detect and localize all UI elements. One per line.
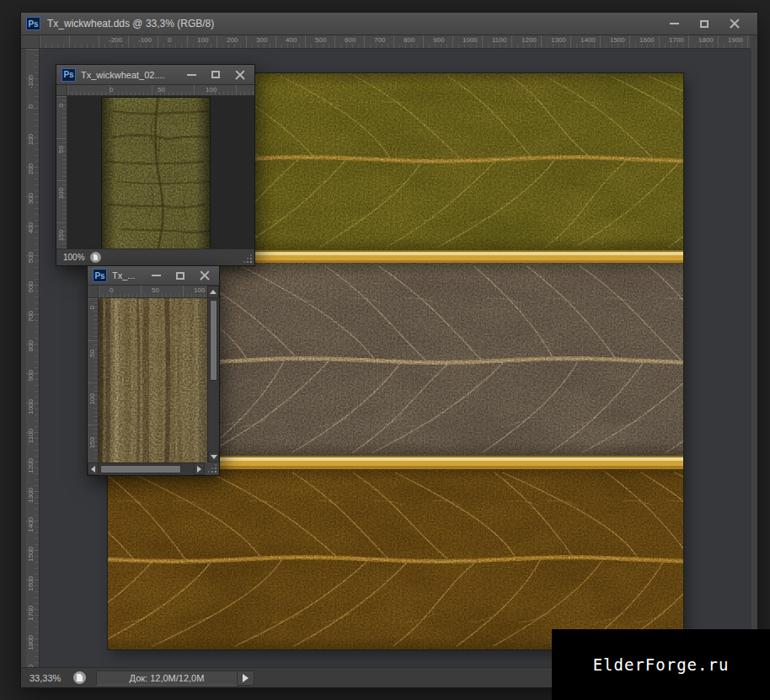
maximize-button[interactable] <box>171 270 190 281</box>
vertical-scrollbar[interactable] <box>207 298 219 462</box>
ruler-label: 1500 <box>608 36 625 44</box>
zoom-level-field[interactable]: 100% <box>56 253 90 262</box>
vertical-ruler[interactable]: 050100150200 <box>56 96 67 248</box>
ruler-label: 100 <box>192 286 205 294</box>
ruler-label: 1500 <box>27 545 35 562</box>
floating-document-window-1: Ps Tx_wickwheat_02.... 050100150 0501001… <box>56 64 255 266</box>
window2-hruler-row: 050100 <box>88 286 219 298</box>
ruler-label: 0 <box>88 304 96 309</box>
window1-content: 050100150200 <box>56 96 254 248</box>
ruler-label: 1300 <box>27 486 35 503</box>
ruler-label: 150 <box>57 228 65 241</box>
close-button[interactable] <box>724 17 746 30</box>
window-controls <box>182 69 249 81</box>
photoshop-file-icon: Ps <box>26 17 40 30</box>
stalk-texture-svg <box>99 298 207 462</box>
ruler-label: 400 <box>27 221 35 233</box>
right-arrow-icon <box>197 466 201 473</box>
ruler-label: 1600 <box>27 574 35 591</box>
maximize-button[interactable] <box>206 69 225 81</box>
close-button[interactable] <box>231 69 249 81</box>
document-icon <box>73 671 86 684</box>
ruler-corner[interactable] <box>56 85 67 96</box>
document-title-bar[interactable]: Ps Tx_wickwheat.dds @ 33,3% (RGB/8) <box>21 13 757 35</box>
ruler-label: 1200 <box>520 36 537 44</box>
ruler-label: 100 <box>88 392 96 404</box>
document-size-readout: Док: 12,0M/12,0M <box>96 671 238 686</box>
ruler-label: 0 <box>57 102 65 107</box>
resize-grip-icon[interactable] <box>241 252 254 265</box>
ruler-label: 1000 <box>27 398 35 414</box>
vertical-ruler[interactable]: 050100150 <box>88 298 99 462</box>
right-arrow-icon <box>243 674 249 682</box>
ruler-label: 1000 <box>461 36 478 44</box>
zoom-level-field[interactable]: 33,33% <box>21 673 73 683</box>
ruler-label: 700 <box>27 309 35 322</box>
document-icon <box>90 252 101 263</box>
ruler-label: 50 <box>57 144 65 153</box>
ruler-label: 1200 <box>27 457 35 473</box>
vertical-scrollbar-thumb[interactable] <box>210 300 217 381</box>
ruler-label: 300 <box>254 36 267 44</box>
close-button[interactable] <box>195 270 214 281</box>
window1-texture[interactable] <box>102 98 210 248</box>
window1-status-bar: 100% <box>56 248 254 265</box>
ruler-label: -100 <box>27 73 35 88</box>
ruler-label: 0 <box>27 103 35 108</box>
window1-title-bar[interactable]: Ps Tx_wickwheat_02.... <box>56 65 254 85</box>
horizontal-ruler[interactable]: 050100150 <box>67 85 254 96</box>
horizontal-ruler-row: -200-10001002003004005006007008009001000… <box>21 35 751 49</box>
ruler-label: 900 <box>431 36 444 44</box>
ruler-label: 0 <box>108 286 113 294</box>
status-menu-button[interactable] <box>238 671 254 686</box>
ruler-label: 100 <box>57 186 65 199</box>
minimize-button[interactable] <box>182 69 201 81</box>
maximize-icon <box>700 20 709 28</box>
ruler-corner[interactable] <box>21 35 40 49</box>
ruler-label: 50 <box>156 86 165 94</box>
leaf-texture-svg <box>108 469 683 649</box>
window2-texture[interactable] <box>99 298 207 462</box>
window2-title: Tx_... <box>112 270 136 281</box>
photoshop-file-icon: Ps <box>61 68 76 82</box>
horizontal-ruler[interactable]: -200-10001002003004005006007008009001000… <box>40 35 751 49</box>
window2-title-bar[interactable]: Ps Tx_... <box>88 266 219 286</box>
horizontal-scrollbar[interactable] <box>99 462 194 475</box>
ruler-label: 1600 <box>638 36 655 44</box>
ruler-label: 200 <box>225 36 238 44</box>
scroll-right-button[interactable] <box>194 462 205 475</box>
ruler-label: 1100 <box>490 36 506 44</box>
texture-band-amber <box>108 469 683 649</box>
window2-content: 050100150 <box>88 298 219 462</box>
photoshop-file-icon: Ps <box>93 269 107 282</box>
maximize-button[interactable] <box>693 17 715 30</box>
crackled-texture-svg <box>102 98 210 248</box>
minimize-button[interactable] <box>663 17 685 30</box>
ruler-corner[interactable] <box>88 286 99 298</box>
floating-document-window-2: Ps Tx_... 050100 050100150 <box>87 265 220 476</box>
scroll-up-button[interactable] <box>207 286 219 298</box>
minimize-icon <box>152 275 161 276</box>
ruler-label: 1100 <box>27 427 35 443</box>
ruler-label: 200 <box>27 162 35 174</box>
maximize-icon <box>211 71 220 78</box>
minimize-button[interactable] <box>147 270 165 281</box>
horizontal-scrollbar-thumb[interactable] <box>100 465 181 473</box>
vertical-ruler[interactable]: -100010020030040050060070080090010001100… <box>26 49 40 669</box>
left-arrow-icon <box>91 466 95 473</box>
ruler-label: 1400 <box>27 516 35 532</box>
ruler-label: 50 <box>150 286 159 294</box>
minimize-icon <box>670 23 679 24</box>
ruler-label: 0 <box>108 86 113 94</box>
window1-pasteboard <box>67 96 254 248</box>
ruler-label: 600 <box>343 36 356 44</box>
ruler-label: 100 <box>204 86 217 94</box>
scroll-down-button[interactable] <box>208 452 219 462</box>
window2-hscroll-row <box>88 462 219 475</box>
resize-grip-icon[interactable] <box>205 462 219 475</box>
window-controls <box>147 270 214 281</box>
close-icon <box>730 19 740 29</box>
scroll-left-button[interactable] <box>88 462 99 475</box>
horizontal-ruler[interactable]: 050100 <box>99 286 207 298</box>
window1-title: Tx_wickwheat_02.... <box>81 70 165 80</box>
